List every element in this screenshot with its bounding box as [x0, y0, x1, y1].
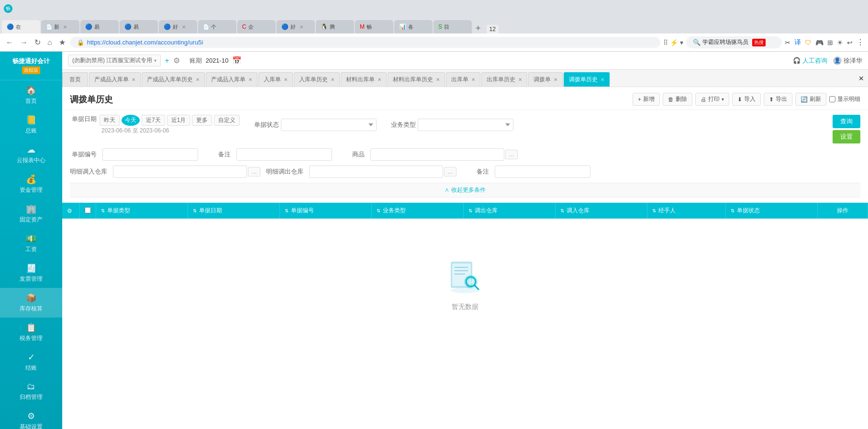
page-tab-2[interactable]: 产成品入库单历史 ✕ [142, 72, 205, 87]
date-btn-7days[interactable]: 近7天 [142, 115, 165, 126]
sidebar-item-ledger[interactable]: 📒 总账 [0, 110, 62, 140]
browser-search[interactable]: 🔍 学霸应聘场驱鸟员 热搜 [686, 36, 782, 48]
show-cols-checkbox[interactable] [829, 96, 835, 102]
detail-out-input[interactable] [309, 165, 443, 178]
settings-button[interactable]: 设置 [833, 130, 860, 143]
sidebar-item-fund[interactable]: 💰 资金管理 [0, 169, 62, 199]
date-btn-more[interactable]: 更多 [192, 115, 212, 126]
detail-in-ellipsis[interactable]: … [248, 167, 260, 176]
product-input[interactable] [370, 148, 504, 161]
print-button[interactable]: 🖨 打印 ▾ [695, 93, 729, 106]
tab-7-close[interactable]: ✕ [436, 77, 440, 82]
browser-tab-5[interactable]: 📄 个 [198, 20, 236, 33]
customer-service-btn[interactable]: 🎧 人工咨询 [793, 56, 827, 65]
browser-tab-0[interactable]: 🔵在 [2, 20, 40, 33]
detail-in-input[interactable] [113, 165, 247, 178]
page-tab-7[interactable]: 材料出库单历史 ✕ [388, 72, 445, 87]
sidebar-item-basic-settings[interactable]: ⚙ 基础设置 [0, 406, 62, 429]
tab-1-close[interactable]: ✕ [132, 77, 135, 82]
sidebar-item-salary[interactable]: 💵 工资 [0, 229, 62, 258]
sidebar-item-cloud-reports[interactable]: ☁ 云报表中心 [0, 140, 62, 169]
query-button[interactable]: 查询 [833, 115, 860, 128]
add-button[interactable]: + 新增 [633, 93, 660, 106]
settings-icon-btn[interactable]: ⚙ [173, 56, 180, 65]
url-bar[interactable]: 🔒 https://cloud.chanjet.com/accounting/u… [70, 37, 660, 48]
browser-tab-9[interactable]: M畅 [355, 20, 393, 33]
export-button[interactable]: ⬆ 导出 [764, 93, 792, 106]
sidebar-item-invoice[interactable]: 🧾 发票管理 [0, 258, 62, 288]
sidebar-item-tax[interactable]: 📋 税务管理 [0, 318, 62, 347]
import-button[interactable]: ⬇ 导入 [732, 93, 761, 106]
page-tab-11[interactable]: 调拨单历史 ✕ [564, 72, 610, 87]
collapse-bar[interactable]: ∧ 收起更多条件 [70, 183, 860, 198]
page-tab-3[interactable]: 产成品入库单 ✕ [206, 72, 257, 87]
page-tab-9[interactable]: 出库单历史 ✕ [481, 72, 527, 87]
doc-number-input[interactable] [102, 148, 198, 161]
tab-11-close[interactable]: ✕ [601, 77, 604, 82]
new-tab-button[interactable]: + [473, 23, 484, 33]
date-btn-today[interactable]: 今天 [122, 115, 140, 126]
sidebar-item-assets[interactable]: 🏢 固定资产 [0, 199, 62, 229]
th-out-warehouse[interactable]: ⇅ 调出仓库 [463, 203, 555, 219]
date-btn-yesterday[interactable]: 昨天 [100, 115, 120, 126]
detail-out-ellipsis[interactable]: … [444, 167, 456, 176]
bookmark-button[interactable]: ★ [57, 37, 67, 48]
product-ellipsis-btn[interactable]: … [505, 150, 518, 159]
business-type-select[interactable] [418, 119, 513, 131]
refresh-button[interactable]: ↻ [33, 37, 43, 48]
add-company-button[interactable]: + [165, 56, 169, 65]
tab-9-close[interactable]: ✕ [518, 77, 522, 82]
page-tab-6[interactable]: 材料出库单 ✕ [341, 72, 387, 87]
select-all-checkbox[interactable] [85, 207, 91, 213]
page-tab-4[interactable]: 入库单 ✕ [258, 72, 293, 87]
page-tab-1[interactable]: 产成品入库单 ✕ [89, 72, 141, 87]
browser-tab-1[interactable]: 📄 新✕ [41, 20, 79, 33]
date-btn-custom[interactable]: 自定义 [214, 115, 240, 126]
close-all-tabs-icon[interactable]: ✕ [855, 75, 868, 82]
th-in-warehouse[interactable]: ⇅ 调入仓库 [555, 203, 647, 219]
sidebar-item-home[interactable]: 🏠 首页 [0, 80, 62, 110]
company-selector[interactable]: (勿删勿禁用) 江西服宝测试专用 ▾ [68, 55, 161, 66]
refresh-button[interactable]: 🔄 刷新 [795, 93, 826, 106]
tab-6-close[interactable]: ✕ [378, 77, 381, 82]
th-handler[interactable]: ⇅ 经手人 [647, 203, 725, 219]
date-btn-1month[interactable]: 近1月 [167, 115, 190, 126]
back-button[interactable]: ← [4, 37, 15, 48]
menu-icon[interactable]: ⋮ [857, 38, 864, 47]
calendar-icon[interactable]: 📅 [232, 56, 242, 65]
th-checkbox[interactable] [79, 203, 96, 219]
th-business-type[interactable]: ⇅ 业务类型 [371, 203, 463, 219]
sidebar-item-archive[interactable]: 🗂 归档管理 [0, 377, 62, 406]
remark-input[interactable] [236, 148, 332, 161]
sidebar-item-inventory[interactable]: 📦 库存核算 [0, 288, 62, 318]
tab-3-close[interactable]: ✕ [248, 77, 252, 82]
browser-tab-4[interactable]: 🔵好✕ [159, 20, 197, 33]
browser-tab-10[interactable]: 📊各 [394, 20, 433, 33]
delete-button[interactable]: 🗑 删除 [663, 93, 692, 106]
page-tab-5[interactable]: 入库单历史 ✕ [294, 72, 340, 87]
user-menu[interactable]: 👤 徐泽华 [833, 56, 862, 65]
tab-4-close[interactable]: ✕ [284, 77, 288, 82]
home-button[interactable]: ⌂ [45, 37, 54, 48]
tab-10-close[interactable]: ✕ [554, 77, 557, 82]
status-filter-select[interactable] [281, 119, 377, 131]
browser-tab-2[interactable]: 🔵易 [80, 20, 119, 33]
browser-tab-11[interactable]: S目 [434, 20, 472, 33]
browser-tab-6[interactable]: C企 [237, 20, 276, 33]
browser-tab-8[interactable]: 🐧腾 [316, 20, 354, 33]
browser-tab-3[interactable]: 🔵易 [120, 20, 158, 33]
tab-2-close[interactable]: ✕ [196, 77, 200, 82]
tab-8-close[interactable]: ✕ [471, 77, 475, 82]
sidebar-item-closing[interactable]: ✓ 结账 [0, 347, 62, 377]
tab-5-close[interactable]: ✕ [331, 77, 334, 82]
th-doc-type[interactable]: ⇅ 单据类型 [96, 203, 188, 219]
forward-button[interactable]: → [18, 37, 30, 48]
th-doc-status[interactable]: ⇅ 单据状态 [725, 203, 817, 219]
remark2-input[interactable] [495, 165, 590, 178]
th-doc-number[interactable]: ⇅ 单据编号 [279, 203, 371, 219]
th-settings[interactable]: ⚙ [62, 203, 79, 219]
page-tab-10[interactable]: 调拨单 ✕ [528, 72, 563, 87]
browser-tab-7[interactable]: 🔵好✕ [277, 20, 315, 33]
page-tab-home[interactable]: 首页 [62, 72, 88, 87]
show-cols-button[interactable]: 显示明细 [829, 95, 860, 103]
